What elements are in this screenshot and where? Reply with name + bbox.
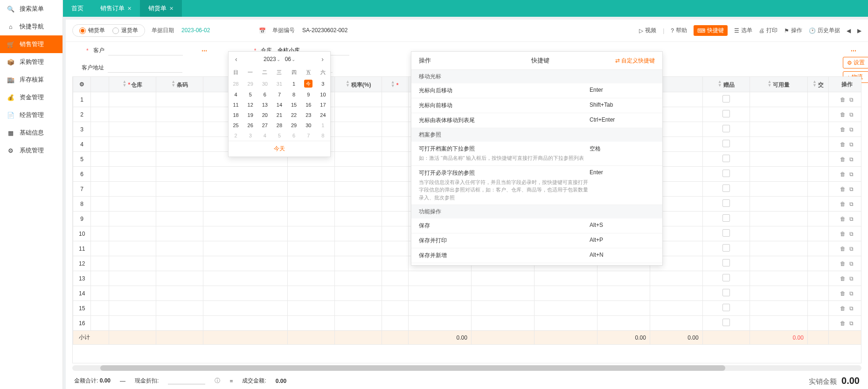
hotkey-button[interactable]: ⌨快捷键 [694, 25, 728, 36]
cal-day[interactable]: 8 [287, 89, 301, 100]
tab-sales-bill[interactable]: 销货单✕ [140, 0, 182, 17]
help-link[interactable]: ?帮助 [671, 27, 687, 34]
cal-prev[interactable]: ‹ [233, 55, 239, 63]
cal-year[interactable]: 2023 [264, 56, 280, 62]
table-row[interactable]: 15🗑⧉ [73, 301, 862, 316]
close-icon[interactable]: ✕ [127, 6, 132, 12]
copy-icon[interactable]: ⧉ [849, 305, 854, 312]
gift-cell[interactable] [702, 107, 750, 122]
table-row[interactable]: 13🗑⧉ [73, 271, 862, 286]
copy-icon[interactable]: ⧉ [849, 111, 854, 118]
col-barcode[interactable]: ▲▼条码 [156, 77, 203, 92]
gift-cell[interactable] [702, 167, 750, 182]
cal-day[interactable]: 7 [301, 130, 316, 141]
calendar-icon[interactable]: 📅 [259, 27, 266, 34]
cal-day[interactable]: 23 [301, 110, 316, 120]
cal-day[interactable]: 12 [243, 100, 257, 110]
delete-icon[interactable]: 🗑 [840, 305, 846, 312]
gift-cell[interactable] [702, 92, 750, 107]
sidebar-item-purchase[interactable]: 📦采购管理 [0, 53, 62, 71]
delete-icon[interactable]: 🗑 [840, 216, 846, 222]
cal-day[interactable]: 28 [229, 78, 243, 89]
checkbox-icon[interactable] [722, 155, 730, 162]
cal-day[interactable]: 22 [287, 110, 301, 120]
delete-icon[interactable]: 🗑 [840, 201, 846, 207]
gift-cell[interactable] [702, 226, 750, 241]
copy-icon[interactable]: ⧉ [849, 320, 854, 327]
copy-icon[interactable]: ⧉ [849, 186, 854, 192]
operate-button[interactable]: ⚑操作 [784, 27, 802, 34]
checkbox-icon[interactable] [722, 214, 730, 222]
delete-icon[interactable]: 🗑 [840, 231, 846, 237]
cal-month[interactable]: 06 [285, 56, 295, 62]
radio-sale[interactable]: 销货单 [79, 27, 105, 34]
copy-icon[interactable]: ⧉ [849, 201, 854, 207]
table-row[interactable]: 16🗑⧉ [73, 316, 862, 331]
checkbox-icon[interactable] [722, 199, 730, 207]
date-input[interactable] [181, 26, 252, 35]
checkbox-icon[interactable] [722, 125, 730, 132]
sidebar-item-sales[interactable]: 🛒销售管理 [0, 35, 62, 53]
checkbox-icon[interactable] [722, 289, 730, 296]
delete-icon[interactable]: 🗑 [840, 290, 846, 297]
delete-icon[interactable]: 🗑 [840, 96, 846, 103]
cal-day[interactable]: 2 [229, 130, 243, 141]
cal-day[interactable]: 14 [272, 100, 286, 110]
sidebar-item-base[interactable]: ▦基础信息 [0, 124, 62, 142]
address-input[interactable] [108, 63, 182, 73]
checkbox-icon[interactable] [722, 229, 730, 237]
cal-day[interactable]: 21 [272, 110, 286, 120]
delete-icon[interactable]: 🗑 [840, 260, 846, 267]
cal-day[interactable]: 15 [287, 100, 301, 110]
settings-button[interactable]: ⚙设置 [843, 57, 868, 68]
cal-day[interactable]: 1 [316, 120, 330, 130]
cal-next[interactable]: › [319, 55, 326, 63]
cal-day[interactable]: 29 [243, 78, 257, 89]
cal-day[interactable]: 10 [316, 89, 330, 100]
gift-cell[interactable] [702, 152, 750, 167]
cal-day[interactable]: 27 [257, 120, 272, 130]
tab-home[interactable]: 首页 [63, 0, 92, 17]
tab-sales-order[interactable]: 销售订单✕ [92, 0, 140, 17]
delete-icon[interactable]: 🗑 [840, 320, 846, 327]
cal-day[interactable]: 19 [243, 110, 257, 120]
gift-cell[interactable] [702, 271, 750, 286]
more-icon[interactable]: ⋯ [851, 48, 857, 54]
sidebar-item-nav[interactable]: ⌂快捷导航 [0, 18, 62, 35]
delete-icon[interactable]: 🗑 [840, 275, 846, 282]
gear-icon[interactable]: ⚙ [79, 81, 84, 88]
cal-day[interactable]: 30 [257, 78, 272, 89]
cal-today-button[interactable]: 今天 [229, 141, 330, 157]
col-blank[interactable]: ▲▼* [382, 77, 408, 92]
sidebar-item-biz[interactable]: 📄经营管理 [0, 106, 62, 124]
cal-day[interactable]: 1 [287, 78, 301, 89]
col-warehouse[interactable]: ▲▼*仓库 [109, 77, 156, 92]
cal-day[interactable]: 16 [301, 100, 316, 110]
sidebar-item-stock[interactable]: 🏬库存核算 [0, 71, 62, 89]
copy-icon[interactable]: ⧉ [849, 231, 854, 237]
gift-cell[interactable] [702, 316, 750, 331]
cal-day[interactable]: 4 [257, 130, 272, 141]
copy-icon[interactable]: ⧉ [849, 260, 854, 267]
col-tax[interactable]: ▲▼税率(%) [335, 77, 382, 92]
cal-day[interactable]: 4 [229, 89, 243, 100]
col-deliver[interactable]: ▲▼交 [807, 77, 828, 92]
delete-icon[interactable]: 🗑 [840, 246, 846, 252]
copy-icon[interactable]: ⧉ [849, 171, 854, 177]
cal-day[interactable]: 25 [229, 120, 243, 130]
cal-day[interactable]: 28 [272, 120, 286, 130]
cal-day[interactable]: 5 [243, 89, 257, 100]
gift-cell[interactable] [702, 256, 750, 271]
checkbox-icon[interactable] [722, 319, 730, 326]
delete-icon[interactable]: 🗑 [840, 111, 846, 118]
gift-cell[interactable] [702, 197, 750, 212]
checkbox-icon[interactable] [722, 259, 730, 266]
cal-day[interactable]: 18 [229, 110, 243, 120]
col-avail[interactable]: ▲▼可用量 [750, 77, 808, 92]
gift-cell[interactable] [702, 122, 750, 137]
gift-cell[interactable] [702, 137, 750, 152]
next-button[interactable]: ▶ [857, 27, 861, 34]
radio-return[interactable]: 退货单 [112, 27, 138, 34]
copy-icon[interactable]: ⧉ [849, 290, 854, 297]
copy-icon[interactable]: ⧉ [849, 246, 854, 252]
